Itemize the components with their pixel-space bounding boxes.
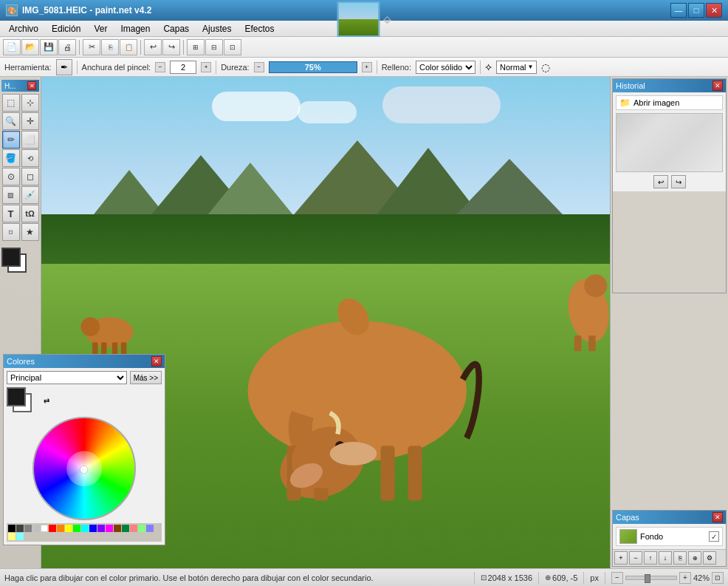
maximize-button[interactable]: □ — [688, 3, 704, 18]
colors-more-button[interactable]: Más >> — [130, 371, 162, 384]
swatch-white[interactable] — [41, 525, 48, 532]
fill-tool[interactable]: 🪣 — [2, 149, 20, 167]
layer-add-button[interactable]: + — [614, 551, 628, 565]
select-lasso-tool[interactable]: ⊹ — [21, 94, 39, 112]
swatch-darkgreen[interactable] — [122, 525, 129, 532]
menu-ver[interactable]: Ver — [88, 22, 113, 35]
history-item-0[interactable]: 📁 Abrir imagen — [616, 95, 723, 110]
colorpick-tool[interactable]: 💉 — [21, 186, 39, 204]
toolbox-close[interactable]: ✕ — [27, 81, 36, 90]
swatch-lightyellow[interactable] — [8, 533, 16, 540]
swatch-brown[interactable] — [114, 525, 121, 532]
window-controls[interactable]: — □ ✕ — [670, 3, 722, 18]
swatch-red[interactable] — [49, 525, 56, 532]
swatch-cyan[interactable] — [81, 525, 89, 532]
layer-merge-button[interactable]: ⊕ — [688, 551, 701, 565]
swap-colors-button[interactable]: ⇄ — [44, 397, 49, 405]
zoom-tool[interactable]: 🔍 — [2, 112, 20, 130]
swatch-darkgray[interactable] — [16, 525, 24, 532]
swatch-black[interactable] — [8, 525, 16, 532]
recolor-tool[interactable]: ⟲ — [21, 149, 39, 167]
layer-up-button[interactable]: ↑ — [644, 551, 657, 565]
zoom-slider-thumb[interactable] — [645, 574, 650, 583]
hardness-minus[interactable]: − — [254, 62, 264, 72]
swatch-magenta[interactable] — [106, 525, 113, 532]
zoom-controls: − + 42% ⊡ — [611, 572, 724, 584]
select-rect-tool[interactable]: ⬚ — [2, 94, 20, 112]
swatch-lightcyan[interactable] — [16, 533, 24, 540]
blur-tool[interactable]: ⌑ — [2, 223, 20, 241]
zoom-out-button[interactable]: − — [611, 572, 623, 584]
zoom-slider[interactable] — [625, 576, 677, 580]
zoom-fit-button[interactable]: ⊡ — [224, 39, 241, 55]
menu-edicion[interactable]: Edición — [46, 22, 86, 35]
swatch-yellow[interactable] — [65, 525, 72, 532]
history-close-button[interactable]: ✕ — [712, 81, 723, 91]
history-redo-button[interactable]: ↪ — [671, 175, 686, 188]
swatch-lime[interactable] — [73, 525, 80, 532]
text-tool[interactable]: T — [2, 205, 20, 222]
undo-button[interactable]: ↩ — [144, 39, 162, 55]
text2-tool[interactable]: tΩ — [21, 205, 39, 222]
zoom-in-toolbar-button[interactable]: ⊞ — [187, 39, 205, 55]
save-button[interactable]: 💾 — [40, 39, 58, 55]
swatch-blue[interactable] — [89, 525, 97, 532]
blend-icon[interactable]: ⟡ — [485, 61, 492, 73]
eraser-tool[interactable]: ⬜ — [21, 131, 39, 149]
magic-wand-tool[interactable]: ★ — [21, 223, 39, 241]
menu-imagen[interactable]: Imagen — [114, 22, 156, 35]
zoom-out-toolbar-button[interactable]: ⊟ — [205, 39, 223, 55]
gradient-tool[interactable]: ▨ — [2, 186, 20, 204]
svg-point-18 — [584, 274, 607, 297]
menu-ajustes[interactable]: Ajustes — [196, 22, 237, 35]
primary-color-swatch[interactable] — [7, 387, 26, 406]
history-undo-button[interactable]: ↩ — [653, 175, 668, 188]
brush-minus[interactable]: − — [155, 62, 165, 72]
brush-input[interactable] — [170, 61, 196, 74]
primary-color-box[interactable] — [1, 248, 21, 267]
copy-button[interactable]: ⎘ — [101, 39, 119, 55]
color-mode-select[interactable]: Principal — [7, 371, 127, 384]
open-button[interactable]: 📂 — [21, 39, 39, 55]
swatch-orange[interactable] — [57, 525, 64, 532]
color-wheel[interactable] — [32, 417, 136, 520]
layer-properties-button[interactable]: ⚙ — [703, 551, 716, 565]
paste-button[interactable]: 📋 — [120, 39, 137, 55]
tool-icon[interactable]: ✒ — [56, 59, 72, 75]
alpha-btn[interactable]: ◌ — [541, 61, 550, 73]
layer-delete-button[interactable]: − — [629, 551, 642, 565]
hardness-bar[interactable]: 75% — [269, 61, 357, 73]
fill-select[interactable]: Color sólido — [416, 61, 475, 74]
blend-mode-dropdown[interactable]: Normal ▼ — [496, 61, 537, 74]
zoom-in-button[interactable]: + — [679, 572, 691, 584]
thumbnail[interactable] — [337, 1, 380, 37]
zoom-reset-button[interactable]: ⊡ — [712, 572, 724, 584]
layer-visibility-checkbox[interactable]: ✓ — [709, 531, 719, 542]
layers-close-button[interactable]: ✕ — [712, 512, 723, 522]
layer-down-button[interactable]: ↓ — [659, 551, 672, 565]
menu-efectos[interactable]: Efectos — [238, 22, 280, 35]
colors-close-button[interactable]: ✕ — [151, 356, 162, 367]
stamp-tool[interactable]: ⊙ — [2, 168, 20, 185]
pan-tool[interactable]: ✛ — [21, 112, 39, 130]
hardness-plus[interactable]: + — [362, 62, 372, 72]
swatch-silver[interactable] — [32, 525, 40, 532]
paint-tool[interactable]: ✏ — [2, 131, 20, 149]
close-button[interactable]: ✕ — [706, 3, 722, 18]
minimize-button[interactable]: — — [670, 3, 687, 18]
swatch-gray[interactable] — [24, 525, 32, 532]
layer-duplicate-button[interactable]: ⎘ — [673, 551, 687, 565]
menu-capas[interactable]: Capas — [157, 22, 195, 35]
cut-button[interactable]: ✂ — [83, 39, 100, 55]
swatch-violet[interactable] — [97, 525, 105, 532]
swatch-lightblue[interactable] — [146, 525, 154, 532]
print-button[interactable]: 🖨 — [58, 39, 76, 55]
brush-plus[interactable]: + — [201, 62, 211, 72]
layer-item-0[interactable]: Fondo ✓ — [616, 527, 723, 546]
swatch-lightgreen[interactable] — [138, 525, 145, 532]
new-button[interactable]: 📄 — [3, 39, 21, 55]
redo-button[interactable]: ↪ — [162, 39, 180, 55]
menu-archivo[interactable]: Archivo — [3, 22, 44, 35]
shapes-tool[interactable]: ◻ — [21, 168, 39, 185]
swatch-lightred[interactable] — [130, 525, 137, 532]
